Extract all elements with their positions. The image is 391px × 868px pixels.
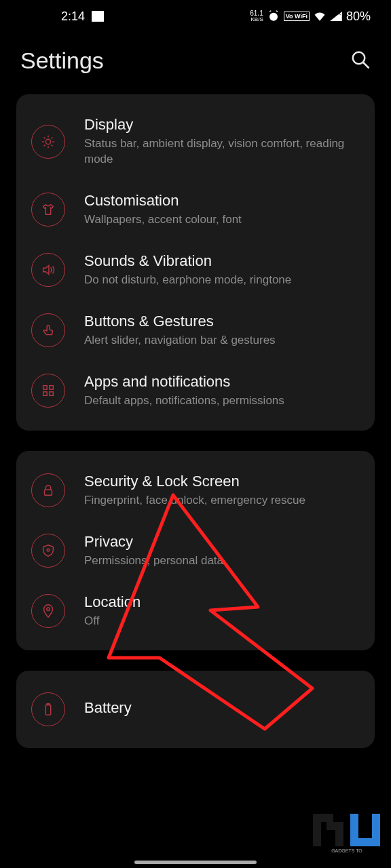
svg-rect-23	[360, 838, 380, 846]
item-subtitle: Wallpapers, accent colour, font	[84, 212, 360, 228]
header: Settings	[0, 33, 391, 94]
settings-group: Security & Lock Screen Fingerprint, face…	[16, 451, 375, 651]
item-title: Security & Lock Screen	[84, 473, 360, 490]
battery-percent: 80%	[346, 9, 371, 24]
apps-icon	[31, 374, 65, 408]
settings-item-security[interactable]: Security & Lock Screen Fingerprint, face…	[16, 460, 375, 521]
svg-point-19	[47, 608, 50, 611]
item-subtitle: Permissions, personal data	[84, 553, 360, 569]
svg-rect-15	[43, 392, 47, 396]
page-title: Settings	[20, 47, 104, 74]
wifi-icon	[314, 12, 326, 21]
settings-group: Display Status bar, ambient display, vis…	[16, 94, 375, 431]
svg-rect-13	[43, 386, 47, 390]
item-subtitle: Default apps, notifications, permissions	[84, 393, 360, 409]
item-subtitle: Status bar, ambient display, vision comf…	[84, 136, 360, 167]
location-icon	[31, 594, 65, 628]
signal-icon: x	[330, 12, 342, 21]
svg-rect-21	[47, 704, 50, 705]
svg-rect-20	[45, 705, 50, 715]
svg-rect-16	[50, 392, 54, 396]
item-title: Display	[84, 116, 360, 134]
item-title: Sounds & Vibration	[84, 252, 360, 270]
settings-item-apps[interactable]: Apps and notifications Default apps, not…	[16, 361, 375, 421]
battery-icon	[31, 692, 65, 726]
svg-line-9	[44, 138, 45, 139]
settings-group: Battery	[16, 671, 375, 748]
svg-point-4	[45, 139, 50, 144]
speaker-icon	[31, 253, 65, 287]
watermark-logo: GADGETS TO	[310, 807, 384, 854]
vowifi-badge: Vo WiFi	[284, 12, 310, 21]
item-title: Location	[84, 593, 360, 611]
item-title: Battery	[84, 699, 360, 717]
gesture-icon	[31, 313, 65, 347]
item-subtitle: Off	[84, 614, 360, 629]
svg-line-12	[52, 138, 53, 139]
item-title: Buttons & Gestures	[84, 313, 360, 330]
settings-item-privacy[interactable]: Privacy Permissions, personal data	[16, 521, 375, 581]
shirt-icon	[31, 193, 65, 226]
item-title: Customisation	[84, 192, 360, 210]
search-icon	[350, 50, 371, 70]
svg-rect-14	[50, 386, 54, 390]
settings-item-location[interactable]: Location Off	[16, 581, 375, 642]
settings-list: Display Status bar, ambient display, vis…	[0, 94, 391, 748]
item-title: Apps and notifications	[84, 373, 360, 391]
svg-rect-17	[45, 490, 52, 495]
item-subtitle: Fingerprint, face unlock, emergency resc…	[84, 493, 360, 509]
svg-point-2	[353, 52, 365, 64]
lock-icon	[31, 473, 65, 507]
clock: 2:14	[61, 9, 85, 24]
svg-line-11	[44, 145, 45, 146]
search-button[interactable]	[350, 50, 371, 73]
shield-icon	[31, 534, 65, 568]
brightness-icon	[31, 125, 65, 159]
svg-text:GADGETS TO: GADGETS TO	[331, 848, 362, 853]
svg-text:x: x	[338, 12, 341, 16]
alarm-icon	[267, 10, 280, 22]
item-subtitle: Do not disturb, earphone mode, ringtone	[84, 273, 360, 288]
svg-point-18	[47, 549, 50, 551]
settings-item-battery[interactable]: Battery	[16, 680, 375, 738]
settings-item-customisation[interactable]: Customisation Wallpapers, accent colour,…	[16, 180, 375, 240]
settings-item-display[interactable]: Display Status bar, ambient display, vis…	[16, 104, 375, 180]
home-indicator[interactable]	[134, 861, 257, 864]
item-title: Privacy	[84, 533, 360, 551]
svg-point-0	[269, 13, 278, 21]
status-bar: 2:14 61.1 KB/S Vo WiFi x 80%	[0, 0, 391, 33]
picture-icon	[92, 11, 104, 22]
settings-item-buttons[interactable]: Buttons & Gestures Alert slider, navigat…	[16, 300, 375, 361]
svg-line-10	[52, 145, 53, 146]
network-speed: 61.1 KB/S	[250, 10, 263, 22]
settings-item-sounds[interactable]: Sounds & Vibration Do not disturb, earph…	[16, 240, 375, 300]
item-subtitle: Alert slider, navigation bar & gestures	[84, 333, 360, 349]
svg-line-3	[363, 62, 369, 68]
